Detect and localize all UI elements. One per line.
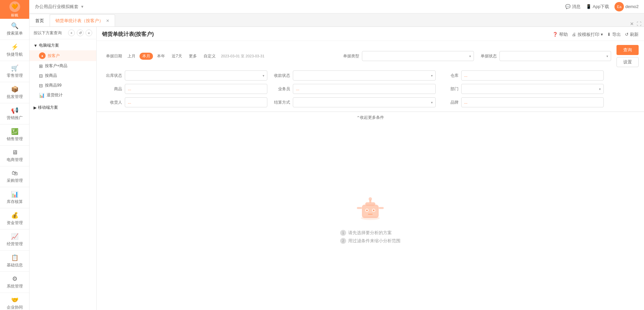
date-tab-7days[interactable]: 近7天 [169, 53, 185, 60]
empty-hint1-text: 请先选择要分析的方案 [348, 230, 392, 236]
print-btn[interactable]: 🖨 按模板打印 ▾ [572, 32, 603, 38]
export-btn[interactable]: ⬇ 导出 [607, 32, 621, 38]
sidebar-icon-operations-mgmt: 📈 [11, 233, 18, 240]
sidebar-item-marketing[interactable]: 📢 营销推广 [0, 103, 29, 124]
left-panel-title: 按以下方案查询 [34, 30, 62, 36]
out-input[interactable]: ▾ [125, 70, 267, 81]
empty-state: 1 请先选择要分析的方案 2 用过滤条件来缩小分析范围 [97, 123, 644, 310]
date-tab-this-month[interactable]: 本月 [140, 53, 153, 60]
sidebar-item-inventory[interactable]: 📊 库存核算 [0, 187, 29, 208]
refresh-btn[interactable]: ↺ 刷新 [625, 32, 639, 38]
staff-input[interactable]: ... [293, 84, 435, 94]
date-tab-this-year[interactable]: 本年 [154, 53, 168, 60]
sidebar-icon-purchase-mgmt: 🛍 [12, 170, 18, 177]
svg-point-6 [373, 209, 375, 211]
header-right: 💬 消息 📱 App下载 Ea demo2 [565, 2, 639, 11]
goods-input[interactable]: ... [125, 84, 267, 94]
sidebar-item-quick-nav[interactable]: ⚡ 快捷导航 [0, 40, 29, 61]
status-dropdown-icon: ▾ [606, 54, 608, 58]
sidebar-item-retail-mgmt[interactable]: 🛒 零售管理 [0, 61, 29, 82]
message-btn[interactable]: 💬 消息 [565, 4, 581, 10]
status-input[interactable]: ▾ [499, 51, 611, 61]
svg-rect-12 [379, 207, 384, 209]
receiver-input[interactable]: ... [125, 97, 267, 107]
tree-group-mobile: ▶ 移动端方案 [30, 101, 96, 114]
collapse-panel-btn[interactable]: « [86, 30, 92, 36]
sidebar-item-finance-mgmt[interactable]: 💰 资金管理 [0, 208, 29, 229]
tree-group-desktop-header[interactable]: ▼ 电脑端方案 [30, 41, 96, 50]
avatar-text: Ea [617, 5, 622, 9]
sidebar-item-purchase-mgmt[interactable]: 🛍 采购管理 [0, 166, 29, 187]
warehouse-input[interactable]: ... [461, 70, 604, 81]
tab-sales-stats[interactable]: 销货单统计表（按客户） ✕ [50, 14, 115, 27]
sidebar-item-system-mgmt[interactable]: ⚙ 系统管理 [0, 272, 29, 293]
page-title: 销货单统计表(按客户) [102, 31, 154, 38]
add-scheme-btn[interactable]: + [68, 30, 75, 36]
tab-bar-actions: ✕ ⛶ [630, 21, 644, 27]
sidebar-label-inventory: 库存核算 [7, 199, 23, 205]
empty-hint-2: 2 用过滤条件来缩小分析范围 [340, 238, 400, 244]
sidebar-item-search-menu[interactable]: 🔍 搜索菜单 [0, 19, 29, 40]
hint-num-1: 1 [340, 230, 346, 236]
sidebar-icon-ecommerce-mgmt: 🖥 [12, 149, 18, 156]
sidebar-item-basic-info[interactable]: 📋 基础信息 [0, 251, 29, 272]
query-button[interactable]: 查询 [616, 45, 639, 55]
svg-rect-11 [357, 207, 362, 209]
tree-node-by-goods-99[interactable]: ⊟ 按商品99 [30, 81, 96, 90]
sidebar-label-search-menu: 搜索菜单 [7, 31, 23, 36]
status-label: 单据状态 [477, 53, 497, 59]
help-btn[interactable]: ❓ 帮助 [552, 32, 568, 38]
tab-home[interactable]: 首页 [30, 14, 50, 27]
collapse-more-label: 收起更多条件 [360, 115, 384, 120]
sidebar-item-ecommerce-mgmt[interactable]: 🖥 电商管理 [0, 146, 29, 166]
settings-button[interactable]: 设置 [616, 57, 639, 67]
date-tab-more[interactable]: 更多 [186, 53, 200, 60]
main-area: 办公用品行业模拟账套 ▾ 💬 消息 📱 App下载 Ea demo2 首页 [30, 0, 644, 310]
sidebar-icon-retail-mgmt: 🛒 [11, 64, 18, 72]
tree-node-return-stats[interactable]: 📊 退货统计 [30, 90, 96, 100]
sidebar-icon-system-mgmt: ⚙ [12, 275, 17, 282]
sidebar-item-operations-mgmt[interactable]: 📈 经营管理 [0, 229, 29, 251]
payment-input[interactable]: ▾ [293, 97, 435, 107]
hint-num-2: 2 [340, 238, 346, 244]
tree-node-by-goods[interactable]: ⊟ 按商品 [30, 71, 96, 81]
goods-label: 商品 [102, 86, 122, 92]
refresh-icon: ↺ [625, 32, 629, 37]
expand-arrow-icon: ▼ [34, 43, 38, 48]
tab-close-all-icon[interactable]: ✕ [630, 21, 634, 27]
type-input[interactable]: ▾ [362, 51, 474, 61]
sidebar: 🧡 标账 🔍 搜索菜单 ⚡ 快捷导航 🛒 零售管理 📦 批发管理 📢 营销推广 … [0, 0, 30, 310]
user-profile[interactable]: Ea demo2 [614, 2, 639, 11]
date-tab-last-month[interactable]: 上月 [125, 53, 138, 60]
tree-group-mobile-header[interactable]: ▶ 移动端方案 [30, 103, 96, 112]
tree-node-by-customer-goods-label: 按客户+商品 [45, 63, 67, 69]
type-dropdown-icon: ▾ [469, 54, 471, 58]
tree-node-by-customer-label: 按客户 [48, 53, 60, 59]
expand-arrow2-icon: ▶ [34, 105, 37, 110]
tab-close-icon[interactable]: ✕ [106, 18, 109, 23]
empty-hint2-text: 用过滤条件来缩小分析范围 [348, 238, 400, 244]
tree-node-by-customer[interactable]: ● 按客户 [30, 50, 96, 61]
svg-point-5 [366, 209, 368, 211]
tree-node-by-customer-goods[interactable]: ⊞ 按客户+商品 [30, 61, 96, 71]
tab-expand-icon[interactable]: ⛶ [637, 21, 641, 27]
sidebar-icon-marketing: 📢 [11, 107, 18, 114]
brand-input[interactable]: ... [461, 97, 604, 107]
sidebar-item-enterprise-collab[interactable]: 🤝 企业协同 [0, 293, 29, 310]
refresh-scheme-btn[interactable]: ↺ [77, 30, 84, 36]
left-panel-actions: + ↺ « [68, 30, 92, 36]
svg-rect-7 [368, 214, 373, 215]
sidebar-item-sales-mgmt[interactable]: 💹 销售管理 [0, 124, 29, 146]
dept-input[interactable]: ▾ [461, 84, 604, 94]
right-panel-header: 销货单统计表(按客户) ❓ 帮助 🖨 按模板打印 ▾ ⬇ 导出 [97, 27, 644, 41]
refresh-label: 刷新 [630, 32, 639, 38]
collapse-more-btn[interactable]: ⌃ 收起更多条件 [97, 112, 644, 123]
pay-input[interactable]: ▾ [293, 70, 435, 81]
sidebar-item-wholesale-mgmt[interactable]: 📦 批发管理 [0, 82, 29, 103]
sidebar-icon-sales-mgmt: 💹 [11, 128, 18, 135]
chevron-down-icon[interactable]: ▾ [81, 4, 84, 9]
app-download-label: App下载 [593, 4, 609, 10]
page-header-buttons: ❓ 帮助 🖨 按模板打印 ▾ ⬇ 导出 ↺ 刷新 [552, 32, 639, 38]
date-tab-custom[interactable]: 自定义 [201, 53, 218, 60]
app-download-btn[interactable]: 📱 App下载 [586, 4, 609, 10]
